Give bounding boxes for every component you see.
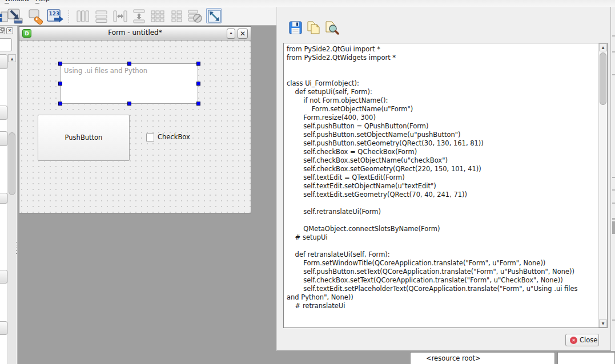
main-toolbar: 123 xyxy=(0,7,276,26)
code-area[interactable]: from PySide2.QtGui import * from PySide2… xyxy=(283,43,608,328)
widget-box-row[interactable] xyxy=(0,131,7,146)
edit-buddies-icon[interactable] xyxy=(28,9,44,25)
layout-form-icon[interactable] xyxy=(169,9,185,25)
close-button[interactable]: ✕ Close xyxy=(565,334,599,346)
break-layout-icon[interactable] xyxy=(187,9,203,25)
selection-handle[interactable] xyxy=(58,102,62,106)
layout-vertical-icon[interactable] xyxy=(94,9,110,25)
widget-box-row[interactable] xyxy=(0,106,7,120)
dock-float-button[interactable] xyxy=(0,27,5,34)
form-window-titlebar[interactable]: D Form - untitled* - ✕ xyxy=(19,27,251,41)
layout-horizontal-icon[interactable] xyxy=(75,9,91,25)
edit-widgets-icon[interactable] xyxy=(0,9,8,25)
form-window: D Form - untitled* - ✕ Using .ui files a… xyxy=(19,26,251,213)
checkbox-widget[interactable] xyxy=(146,134,154,141)
selection-handle[interactable] xyxy=(196,82,200,86)
resource-browser-panel: <resource root> xyxy=(410,352,555,364)
selection-handle[interactable] xyxy=(127,102,131,106)
pushbutton-widget[interactable]: PushButton xyxy=(38,115,130,161)
form-close-button[interactable]: ✕ xyxy=(238,29,248,39)
close-button-label: Close xyxy=(580,336,597,344)
widget-box-list[interactable] xyxy=(0,54,7,364)
widget-box-row[interactable] xyxy=(0,321,7,335)
widget-box-row[interactable] xyxy=(0,270,7,284)
textedit-widget[interactable]: Using .ui files and Python xyxy=(61,63,198,104)
svg-text:123: 123 xyxy=(49,11,60,17)
left-dock-panel: ✕ ▲ xyxy=(0,26,17,364)
menu-window-underline xyxy=(5,3,9,3)
dock-close-button[interactable]: ✕ xyxy=(6,27,13,34)
widget-box-row[interactable] xyxy=(0,54,7,69)
form-canvas[interactable]: Using .ui files and Python PushButton Ch… xyxy=(19,41,251,213)
menu-help-underline xyxy=(35,3,39,3)
selection-handle[interactable] xyxy=(58,62,62,66)
edit-signals-slots-icon[interactable] xyxy=(7,9,23,25)
selection-handle[interactable] xyxy=(58,82,62,86)
code-scrollbar[interactable]: ▲ ▼ xyxy=(598,43,607,327)
scroll-up-arrow[interactable]: ▲ xyxy=(599,43,607,51)
toolbar-separator xyxy=(68,10,70,23)
close-button-icon: ✕ xyxy=(570,337,577,344)
checkbox-label: CheckBox xyxy=(158,133,190,141)
layout-grid-icon[interactable] xyxy=(150,9,166,25)
layout-split-vertical-icon[interactable] xyxy=(131,9,147,25)
scroll-down-arrow[interactable]: ▼ xyxy=(599,319,607,327)
selection-handle[interactable] xyxy=(196,102,200,106)
selection-handle[interactable] xyxy=(196,62,200,66)
code-text: from PySide2.QtGui import * from PySide2… xyxy=(287,45,578,310)
edit-tab-order-icon[interactable]: 123 xyxy=(47,9,63,25)
widget-filter-input[interactable] xyxy=(0,38,12,51)
form-minimize-button[interactable]: - xyxy=(227,29,235,39)
layout-split-horizontal-icon[interactable] xyxy=(112,9,128,25)
textedit-placeholder: Using .ui files and Python xyxy=(64,67,147,75)
form-window-title: Form - untitled* xyxy=(19,29,251,37)
save-icon[interactable] xyxy=(289,21,302,37)
copy-icon[interactable] xyxy=(307,21,321,37)
resource-root-item[interactable]: <resource root> xyxy=(426,354,481,362)
code-preview-dialog: from PySide2.QtGui import * from PySide2… xyxy=(276,7,611,351)
selection-handle[interactable] xyxy=(127,62,131,66)
adjust-size-icon[interactable] xyxy=(206,8,222,23)
right-dock-sliver xyxy=(612,7,615,351)
dock-splitter-handle[interactable] xyxy=(16,241,17,254)
resource-detail-panel xyxy=(557,352,615,364)
widget-box-row[interactable] xyxy=(0,193,7,204)
dock-scroll-up-arrow[interactable]: ▲ xyxy=(8,54,16,62)
dock-scrollbar[interactable]: ▲ xyxy=(7,54,16,364)
dock-scroll-thumb[interactable] xyxy=(9,132,15,195)
find-icon[interactable] xyxy=(324,21,340,37)
code-scroll-thumb[interactable] xyxy=(600,52,606,105)
